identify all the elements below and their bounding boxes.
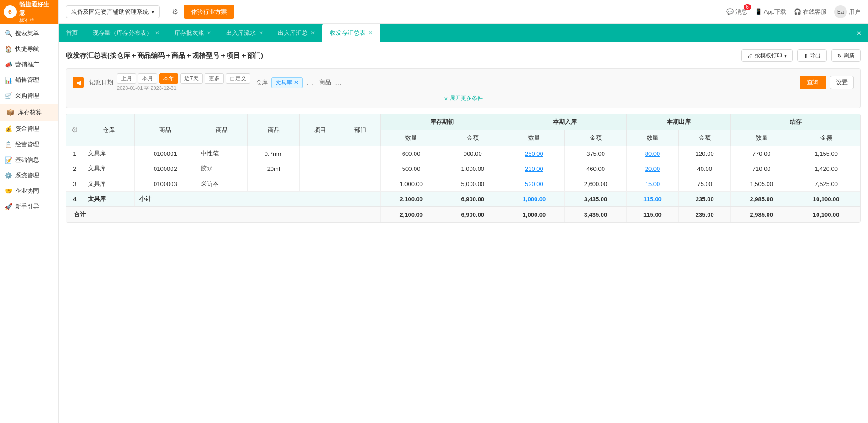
col-group-opening: 库存期初 xyxy=(381,114,503,130)
print-icon: 🖨 xyxy=(747,53,753,59)
sidebar-item-search[interactable]: 🔍 搜索菜单 xyxy=(0,26,58,41)
table-settings-gear[interactable]: ⚙ xyxy=(72,126,78,134)
warehouse-filter-more[interactable]: … xyxy=(306,78,314,87)
tab-close-in-out-flow[interactable]: ✕ xyxy=(259,30,263,36)
export-button[interactable]: ⬆ 导出 xyxy=(797,49,827,62)
refresh-button[interactable]: ↻ 刷新 xyxy=(831,49,861,62)
purchase-icon: 🛒 xyxy=(5,92,12,99)
row-out-qty[interactable]: 15.00 xyxy=(626,176,679,192)
tab-in-out-summary[interactable]: 出入库汇总 ✕ xyxy=(271,24,322,42)
tab-close-in-out-summary[interactable]: ✕ xyxy=(310,30,315,36)
row-in-qty[interactable]: 250.00 xyxy=(503,146,565,161)
subtotal-out-qty[interactable]: 115.00 xyxy=(626,192,679,207)
main-area: 装备及固定资产辅助管理系统 ▾ | ⚙ 体验行业方案 💬 消息 6 📱 App下… xyxy=(59,0,868,423)
row-balance-qty: 1,505.00 xyxy=(731,176,792,192)
sidebar-nav: 🔍 搜索菜单 🏠 快捷导航 📣 营销推广 📊 销售管理 🛒 采购管理 📦 库存核… xyxy=(0,24,58,423)
date-btn-this-year[interactable]: 本年 xyxy=(159,73,178,84)
warehouse-filter-section: 仓库 文具库 ✕ … xyxy=(256,77,314,88)
row-in-qty[interactable]: 230.00 xyxy=(503,161,565,176)
row-opening-qty: 600.00 xyxy=(381,146,442,161)
topbar: 装备及固定资产辅助管理系统 ▾ | ⚙ 体验行业方案 💬 消息 6 📱 App下… xyxy=(59,0,868,24)
sidebar-item-finance[interactable]: 💰 资金管理 xyxy=(0,121,58,137)
date-btn-more[interactable]: 更多 xyxy=(205,73,224,84)
row-opening-amt: 1,000.00 xyxy=(442,161,503,176)
row-goods-code: 0100003 xyxy=(134,176,196,192)
online-service-button[interactable]: 🎧 在线客服 xyxy=(794,8,827,16)
date-btn-custom[interactable]: 自定义 xyxy=(226,73,250,84)
row-out-amt: 120.00 xyxy=(679,146,731,161)
sidebar-item-basic-info[interactable]: 📝 基础信息 xyxy=(0,152,58,168)
col-header-in-qty: 数量 xyxy=(503,130,565,146)
subtotal-in-qty[interactable]: 1,000.00 xyxy=(503,192,565,207)
row-warehouse: 文具库 xyxy=(83,176,134,192)
notifications-button[interactable]: 💬 消息 6 xyxy=(726,8,747,16)
warehouse-tag-close[interactable]: ✕ xyxy=(294,79,299,86)
bell-icon: 💬 xyxy=(726,8,734,15)
search-icon: 🔍 xyxy=(5,30,12,37)
sidebar-item-newbie[interactable]: 🚀 新手引导 xyxy=(0,199,58,214)
sidebar-item-operations[interactable]: 📋 经营管理 xyxy=(0,137,58,152)
sidebar-item-purchase[interactable]: 🛒 采购管理 xyxy=(0,88,58,104)
sidebar-item-system[interactable]: ⚙️ 系统管理 xyxy=(0,168,58,183)
goods-filter-section: 商品 … xyxy=(319,78,342,87)
row-opening-amt: 5,000.00 xyxy=(442,176,503,192)
sidebar-logo: 6 畅捷通好生意 标准版 xyxy=(0,0,58,24)
filter-settings-button[interactable]: 设置 xyxy=(830,76,854,89)
warehouse-filter-tag[interactable]: 文具库 ✕ xyxy=(271,77,303,88)
col-header-goods-name: 商品 xyxy=(196,114,248,146)
row-goods-name: 中性笔 xyxy=(196,146,248,161)
row-opening-qty: 1,000.00 xyxy=(381,176,442,192)
row-in-amt: 2,600.00 xyxy=(565,176,626,192)
filter-action-buttons: 查询 设置 xyxy=(800,76,854,89)
sidebar-item-inventory[interactable]: 📦 库存核算 xyxy=(0,104,58,121)
goods-filter-more[interactable]: … xyxy=(335,78,342,87)
query-button[interactable]: 查询 xyxy=(800,76,826,89)
col-header-project: 项目 xyxy=(300,114,340,146)
goods-filter-label: 商品 xyxy=(319,78,331,87)
row-out-qty[interactable]: 20.00 xyxy=(626,161,679,176)
total-in-qty: 1,000.00 xyxy=(503,207,565,222)
user-menu[interactable]: Ea 用户 xyxy=(834,5,861,18)
row-goods-name: 采访本 xyxy=(196,176,248,192)
sidebar-item-enterprise[interactable]: 🤝 企业协同 xyxy=(0,183,58,199)
tab-recv-send-summary[interactable]: 收发存汇总表 ✕ xyxy=(322,24,380,42)
app-download-button[interactable]: 📱 App下载 xyxy=(755,8,786,16)
subtotal-balance-qty: 2,985.00 xyxy=(731,192,792,207)
tab-home[interactable]: 首页 xyxy=(59,24,85,42)
system-selector[interactable]: 装备及固定资产辅助管理系统 ▾ xyxy=(66,5,160,18)
filter-bar: ◀ 记账日期 上月 本月 本年 近7天 更多 自定义 xyxy=(66,68,861,108)
sidebar-item-quick-nav[interactable]: 🏠 快捷导航 xyxy=(0,41,58,57)
tab-close-recv-send-summary[interactable]: ✕ xyxy=(368,30,373,36)
date-btn-last-month[interactable]: 上月 xyxy=(117,73,136,84)
print-button[interactable]: 🖨 按模板打印 ▾ xyxy=(741,49,793,62)
date-btn-last-7-days[interactable]: 近7天 xyxy=(180,73,203,84)
filter-toggle[interactable]: ◀ xyxy=(73,77,84,88)
col-header-dept: 部门 xyxy=(340,114,381,146)
filter-expand-button[interactable]: ∨ 展开更多条件 xyxy=(444,94,483,102)
gear-icon[interactable]: ⚙ xyxy=(172,7,178,16)
subtotal-row: 4 文具库 小计 2,100.00 6,900.00 1,000.00 3,43… xyxy=(66,192,860,207)
row-warehouse: 文具库 xyxy=(83,161,134,176)
row-out-qty[interactable]: 80.00 xyxy=(626,146,679,161)
col-header-warehouse: 仓库 xyxy=(83,114,134,146)
system-icon: ⚙️ xyxy=(5,172,12,179)
sidebar-item-marketing[interactable]: 📣 营销推广 xyxy=(0,57,58,72)
subtotal-in-amt: 3,435.00 xyxy=(565,192,626,207)
sidebar-item-sales[interactable]: 📊 销售管理 xyxy=(0,72,58,88)
row-in-qty[interactable]: 520.00 xyxy=(503,176,565,192)
date-btn-this-month[interactable]: 本月 xyxy=(138,73,157,84)
tab-close-batch-ledger[interactable]: ✕ xyxy=(207,30,211,36)
tab-batch-ledger[interactable]: 库存批次账 ✕ xyxy=(167,24,219,42)
newbie-icon: 🚀 xyxy=(5,203,12,210)
experience-button[interactable]: 体验行业方案 xyxy=(184,5,234,19)
filter-row-main: ◀ 记账日期 上月 本月 本年 近7天 更多 自定义 xyxy=(73,73,854,92)
total-opening-amt: 6,900.00 xyxy=(442,207,503,222)
date-filter-section: 记账日期 上月 本月 本年 近7天 更多 自定义 2023-01-01 至 20… xyxy=(89,73,250,92)
refresh-icon: ↻ xyxy=(837,53,842,59)
tab-stock-dist[interactable]: 现存量（库存分布表） ✕ xyxy=(85,24,167,42)
tab-in-out-flow[interactable]: 出入库流水 ✕ xyxy=(219,24,271,42)
tab-close-all[interactable]: ✕ xyxy=(850,24,868,42)
col-header-in-amt: 金额 xyxy=(565,130,626,146)
row-dept xyxy=(340,146,381,161)
tab-close-stock-dist[interactable]: ✕ xyxy=(155,30,160,36)
